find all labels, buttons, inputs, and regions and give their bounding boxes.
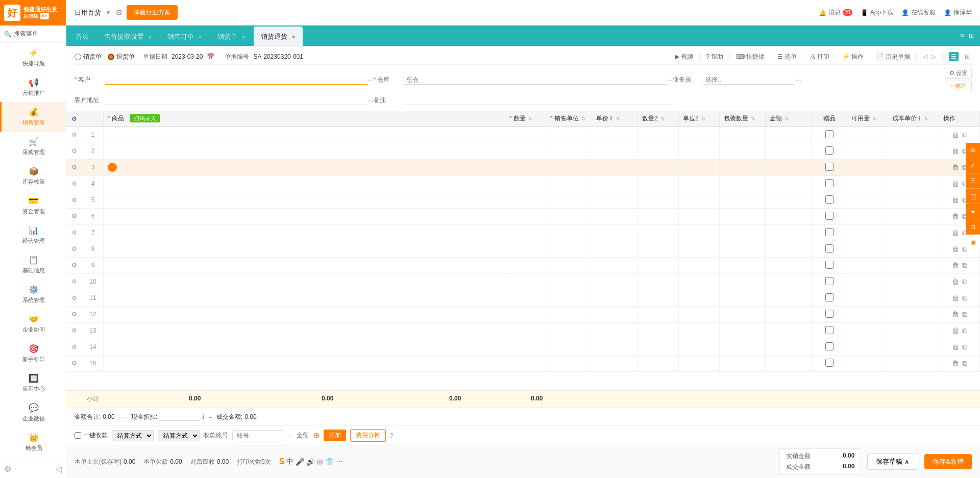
next-icon[interactable]: ▷ — [932, 53, 936, 60]
row-gift-5[interactable] — [812, 192, 847, 208]
row-amount-10[interactable] — [766, 273, 812, 290]
row-product-10[interactable] — [103, 273, 505, 290]
row-gift-12[interactable] — [812, 306, 847, 322]
row-unit2-13[interactable] — [679, 322, 720, 339]
row-product-6[interactable] — [103, 208, 505, 224]
row-qty-1[interactable] — [505, 127, 546, 143]
row-price-14[interactable] — [592, 339, 638, 355]
row-qty-5[interactable] — [505, 192, 546, 208]
remarks-input[interactable] — [404, 95, 673, 105]
row-unit-15[interactable] — [546, 355, 592, 371]
sidebar-item-member[interactable]: 👑 畅会员 — [0, 427, 66, 457]
gift-checkbox-1[interactable] — [825, 130, 834, 138]
price-sort-icon[interactable]: ⇅ — [616, 116, 620, 121]
row-product-12[interactable] — [103, 306, 505, 322]
row-product-11[interactable] — [103, 290, 505, 306]
gift-checkbox-15[interactable] — [825, 359, 834, 367]
row-qty-13[interactable] — [505, 322, 546, 339]
row-product-8[interactable] — [103, 241, 505, 257]
row-settings-3[interactable]: ⚙ — [66, 159, 83, 175]
row-qty2-1[interactable] — [638, 127, 679, 143]
quick-action-3[interactable]: ☰ — [966, 173, 980, 189]
tab-menu-icon[interactable]: ⊞ — [969, 32, 974, 39]
delete-icon-8[interactable]: 🗑 — [952, 245, 959, 253]
row-gift-4[interactable] — [812, 175, 847, 192]
gift-checkbox-13[interactable] — [825, 326, 834, 334]
gift-checkbox-11[interactable] — [825, 293, 834, 301]
one-click-input[interactable] — [75, 432, 81, 439]
row-unit2-3[interactable] — [679, 159, 720, 175]
row-gift-2[interactable] — [812, 143, 847, 159]
row-pkg-8[interactable] — [720, 241, 766, 257]
row-cost-5[interactable] — [888, 192, 939, 208]
copy-icon-13[interactable]: ⧉ — [962, 326, 967, 335]
row-amount-7[interactable] — [766, 224, 812, 241]
row-amount-8[interactable] — [766, 241, 812, 257]
delete-icon-12[interactable]: 🗑 — [952, 310, 959, 318]
user-item[interactable]: 👤 徐泽华 — [944, 8, 972, 17]
row-qty-2[interactable] — [505, 143, 546, 159]
row-amount-6[interactable] — [766, 208, 812, 224]
row-gift-8[interactable] — [812, 241, 847, 257]
copy-icon-15[interactable]: ⧉ — [962, 359, 967, 368]
tab-sales-order-close[interactable]: ✕ — [198, 34, 202, 40]
row-unit-6[interactable] — [546, 208, 592, 224]
action-video[interactable]: ▶ 视频 — [675, 53, 693, 61]
gift-checkbox-7[interactable] — [825, 228, 834, 236]
calendar-icon[interactable]: 📅 — [207, 53, 214, 60]
row-qty-10[interactable] — [505, 273, 546, 290]
row-gift-3[interactable] — [812, 159, 847, 175]
online-service-item[interactable]: 👤 在线客服 — [901, 8, 936, 17]
copy-icon-1[interactable]: ⧉ — [962, 131, 967, 139]
sidebar-item-wechat[interactable]: 💬 企业微信 — [0, 398, 66, 427]
row-cost-3[interactable] — [888, 159, 939, 175]
add-icon[interactable]: ⊕ — [313, 431, 320, 440]
cost-info-icon[interactable]: ℹ — [918, 115, 921, 122]
warehouse-more-icon[interactable]: ··· — [667, 76, 673, 84]
row-qty2-13[interactable] — [638, 322, 679, 339]
row-avail-4[interactable] — [847, 175, 888, 192]
sidebar-item-inventory[interactable]: 📦 库存核算 — [0, 161, 66, 191]
row-amount-1[interactable] — [766, 127, 812, 143]
row-qty-9[interactable] — [505, 257, 546, 273]
row-unit-14[interactable] — [546, 339, 592, 355]
mic-icon[interactable]: 🎤 — [296, 458, 304, 466]
row-amount-3[interactable] — [766, 159, 812, 175]
row-qty-4[interactable] — [505, 175, 546, 192]
action-history[interactable]: 📄 历史单据 — [876, 53, 910, 61]
row-pkg-9[interactable] — [720, 257, 766, 273]
row-qty2-10[interactable] — [638, 273, 679, 290]
sidebar-item-marketing[interactable]: 📢 营销推广 — [0, 72, 66, 102]
row-settings-10[interactable]: ⚙ — [66, 273, 83, 290]
list-view-icon[interactable]: ☰ — [949, 52, 959, 61]
row-product-3[interactable]: + — [103, 159, 505, 175]
row-settings-7[interactable]: ⚙ — [66, 224, 83, 241]
row-price-5[interactable] — [592, 192, 638, 208]
copy-icon-14[interactable]: ⧉ — [962, 343, 967, 351]
action-shortcuts[interactable]: ⌨ 快捷键 — [736, 53, 765, 61]
row-unit2-8[interactable] — [679, 241, 720, 257]
speaker-icon[interactable]: 🔊 — [306, 458, 315, 466]
row-avail-9[interactable] — [847, 257, 888, 273]
action-print[interactable]: 🖨 打印 — [810, 53, 829, 61]
row-avail-11[interactable] — [847, 290, 888, 306]
row-pkg-5[interactable] — [720, 192, 766, 208]
row-gift-15[interactable] — [812, 355, 847, 371]
tab-home[interactable]: 首页 — [68, 27, 96, 47]
row-cost-10[interactable] — [888, 273, 939, 290]
scan-btn[interactable]: 扫码录入 — [130, 114, 160, 122]
row-settings-13[interactable]: ⚙ — [66, 322, 83, 339]
avail-sort-icon[interactable]: ⇅ — [872, 116, 876, 121]
account-input[interactable] — [232, 430, 283, 441]
warehouse-input[interactable] — [404, 75, 667, 85]
row-unit-2[interactable] — [546, 143, 592, 159]
dropdown-icon[interactable]: ▼ — [105, 9, 111, 16]
copy-icon-11[interactable]: ⧉ — [962, 294, 967, 303]
row-avail-6[interactable] — [847, 208, 888, 224]
row-unit-5[interactable] — [546, 192, 592, 208]
delete-icon-7[interactable]: 🗑 — [952, 229, 959, 237]
grid-view-icon[interactable]: ⊞ — [963, 52, 972, 61]
gift-checkbox-14[interactable] — [825, 342, 834, 350]
quick-action-1[interactable]: ✉ — [966, 143, 980, 158]
info-icon[interactable]: ℹ — [202, 413, 205, 420]
